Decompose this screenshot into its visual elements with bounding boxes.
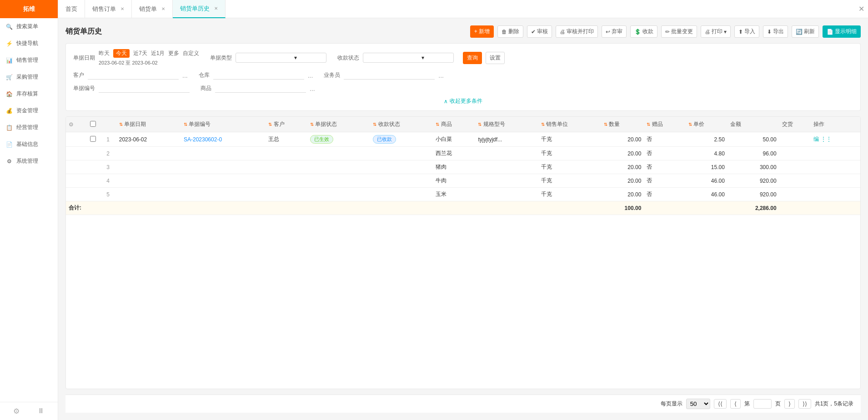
filter-collect-status: 收款状态 ▾ 查询 设置	[337, 52, 505, 64]
edit-button[interactable]: 编	[813, 136, 819, 142]
first-page-button[interactable]: ⟨⟨	[714, 399, 727, 409]
sidebar-item-system[interactable]: ⚙ 系统管理	[0, 153, 58, 170]
th-doc-status[interactable]: ⇅ 单据状态	[307, 117, 370, 132]
tab-home[interactable]: 首页	[58, 0, 85, 18]
import-button[interactable]: ⬆ 导入	[734, 25, 759, 38]
table-row: 5 玉米 千克 20.00 否 46.00 920.00	[66, 188, 860, 201]
next-page-button[interactable]: ⟩	[784, 399, 795, 409]
row-spec	[475, 147, 538, 160]
audit-print-button[interactable]: 🖨 审核并打印	[556, 25, 598, 38]
th-customer[interactable]: ⇅ 客户	[266, 117, 307, 132]
last-page-button[interactable]: ⟩⟩	[798, 399, 811, 409]
th-transaction: 交货	[779, 117, 811, 132]
th-doc-no[interactable]: ⇅ 单据编号	[181, 117, 266, 132]
date-7days[interactable]: 近7天	[133, 50, 147, 57]
prev-page-button[interactable]: ⟨	[730, 399, 741, 409]
warehouse-label: 仓库	[199, 71, 210, 79]
sidebar-pause-icon[interactable]: ⏸	[37, 407, 45, 415]
column-settings-icon[interactable]: ⚙	[69, 121, 74, 128]
th-doc-date[interactable]: ⇅ 单据日期	[116, 117, 181, 132]
th-goods[interactable]: ⇅ 商品	[433, 117, 475, 132]
th-collect-status[interactable]: ⇅ 收款状态	[370, 117, 433, 132]
sidebar-settings-icon[interactable]: ⚙	[13, 407, 20, 415]
tab-sales-order-close[interactable]: ✕	[120, 6, 124, 11]
select-all-checkbox[interactable]	[90, 121, 96, 127]
sidebar-item-search[interactable]: 🔍 搜索菜单	[0, 18, 58, 35]
table-row: 2 西兰花 千克 20.00 否 4.80 96.00	[66, 147, 860, 160]
new-button[interactable]: + 新增	[470, 25, 494, 38]
export-button[interactable]: ⬇ 导出	[763, 25, 788, 38]
goods-input[interactable]	[215, 84, 306, 93]
warehouse-input[interactable]	[213, 71, 304, 80]
doc-type-select[interactable]: ▾	[236, 53, 326, 63]
sidebar-item-management[interactable]: 📋 经营管理	[0, 119, 58, 136]
tab-sales-history-close[interactable]: ✕	[214, 6, 218, 11]
collect-button[interactable]: 💲 收款	[630, 25, 657, 38]
footer-spacer5	[811, 201, 860, 215]
row-action	[811, 188, 860, 201]
delete-button[interactable]: 🗑 删除	[497, 25, 523, 38]
per-page-select[interactable]: 50 100 200	[686, 399, 710, 409]
warehouse-ellipsis[interactable]: ...	[308, 72, 313, 79]
date-yesterday[interactable]: 昨天	[99, 50, 110, 57]
row-qty: 20.00	[601, 188, 644, 201]
system-icon: ⚙	[5, 158, 13, 165]
agent-ellipsis[interactable]: ...	[438, 72, 444, 79]
audit-button[interactable]: ✔ 审核	[527, 25, 552, 38]
sidebar-item-info[interactable]: 📄 基础信息	[0, 136, 58, 153]
collapse-button[interactable]: ∧ 收起更多条件	[73, 97, 853, 105]
th-spec[interactable]: ⇅ 规格型号	[475, 117, 538, 132]
row-doc-status	[307, 174, 370, 188]
th-unit[interactable]: ⇅ 销售单位	[538, 117, 601, 132]
print-icon: 🖨	[705, 29, 710, 35]
th-qty[interactable]: ⇅ 数量	[601, 117, 644, 132]
refresh-button[interactable]: 🔄 刷新	[792, 25, 819, 38]
sidebar-item-money[interactable]: 💰 资金管理	[0, 102, 58, 119]
agent-input[interactable]	[344, 71, 435, 80]
sort-icon: ⇅	[373, 122, 376, 127]
sidebar-item-inventory[interactable]: 🏠 库存核算	[0, 85, 58, 102]
table-row: 3 猪肉 千克 20.00 否 15.00 300.00	[66, 160, 860, 174]
goods-ellipsis[interactable]: ...	[310, 85, 315, 92]
row-spec	[475, 160, 538, 174]
query-button[interactable]: 查询	[463, 52, 482, 64]
customer-ellipsis[interactable]: ...	[182, 72, 188, 79]
settings-button[interactable]: 设置	[486, 52, 505, 64]
tab-sales-history[interactable]: 销货单历史 ✕	[173, 0, 226, 18]
row-qty: 20.00	[601, 174, 644, 188]
doc-no-input[interactable]	[99, 84, 190, 93]
tab-sales-order-label: 销售订单	[92, 5, 116, 13]
date-more[interactable]: 更多	[168, 50, 179, 57]
tab-sales-invoice[interactable]: 销货单 ✕	[132, 0, 173, 18]
table-row: 4 牛肉 千克 20.00 否 46.00 920.00	[66, 174, 860, 188]
th-gift[interactable]: ⇅ 赠品	[644, 117, 686, 132]
tab-close-all[interactable]: ✕	[858, 5, 868, 13]
tab-sales-invoice-close[interactable]: ✕	[161, 6, 165, 11]
row-customer	[266, 160, 307, 174]
more-button[interactable]: ⋮⋮	[821, 136, 832, 142]
customer-input[interactable]	[88, 71, 179, 80]
th-settings[interactable]: ⚙	[66, 117, 86, 132]
page-number-input[interactable]: 1	[753, 399, 772, 409]
date-today[interactable]: 今天	[113, 49, 130, 58]
date-custom[interactable]: 自定义	[183, 50, 199, 57]
sidebar-item-purchase[interactable]: 🛒 采购管理	[0, 69, 58, 85]
sidebar-logo: 拓维	[0, 0, 58, 18]
row-checkbox[interactable]	[90, 136, 96, 142]
tab-sales-order[interactable]: 销售订单 ✕	[85, 0, 132, 18]
row-amount: 300.00	[728, 160, 779, 174]
row-gift: 否	[644, 132, 686, 147]
date-1month[interactable]: 近1月	[151, 50, 165, 57]
row-goods: 玉米	[433, 188, 475, 201]
filter-agent: 业务员 ...	[324, 71, 444, 80]
row-transaction	[779, 147, 811, 160]
collect-status-select[interactable]: ▾	[363, 53, 454, 63]
show-detail-button[interactable]: 📄 显示明细	[823, 25, 861, 38]
th-price[interactable]: ⇅ 单价	[686, 117, 728, 132]
sidebar-item-nav[interactable]: ⚡ 快捷导航	[0, 35, 58, 52]
row-transaction	[779, 132, 811, 147]
sidebar-item-sales[interactable]: 📊 销售管理	[0, 52, 58, 69]
print-button[interactable]: 🖨 打印 ▾	[701, 25, 731, 38]
abandon-button[interactable]: ↩ 弃审	[602, 25, 627, 38]
batch-change-button[interactable]: ✏ 批量变更	[661, 25, 697, 38]
